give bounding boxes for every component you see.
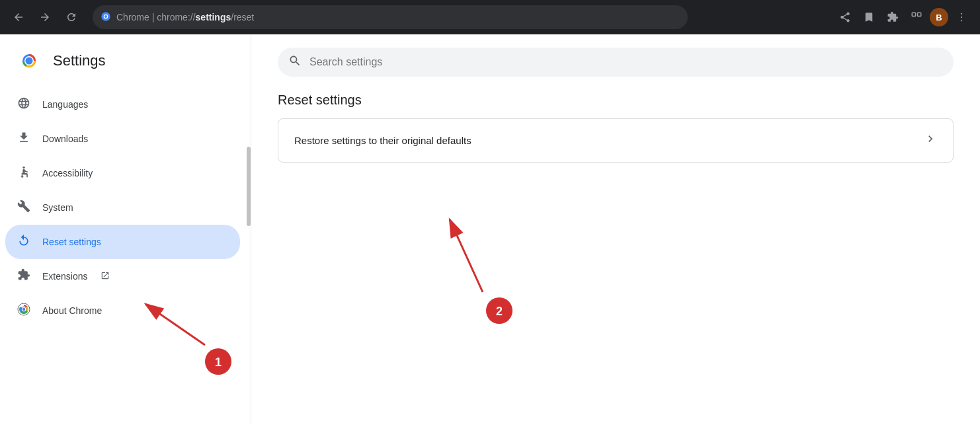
sidebar-item-downloads[interactable]: Downloads [5, 122, 240, 156]
reset-icon [16, 234, 32, 251]
sidebar-item-languages[interactable]: Languages [5, 87, 240, 122]
tab-menu-button[interactable] [906, 7, 927, 28]
svg-point-5 [961, 13, 962, 15]
svg-point-6 [961, 17, 962, 18]
svg-point-16 [22, 307, 26, 311]
back-button[interactable] [8, 7, 29, 28]
browser-chrome-bar: Chrome | chrome://settings/reset B [0, 0, 980, 34]
scrollbar-track[interactable] [245, 34, 251, 425]
chrome-logo-icon [16, 48, 42, 74]
languages-icon [16, 97, 32, 113]
share-button[interactable] [835, 7, 856, 28]
about-icon [16, 303, 32, 319]
sidebar-item-system[interactable]: System [5, 190, 240, 225]
restore-settings-label: Restore settings to their original defau… [294, 135, 471, 146]
svg-point-7 [961, 20, 962, 21]
section-title: Reset settings [278, 93, 954, 108]
svg-rect-4 [918, 13, 921, 16]
about-label: About Chrome [42, 305, 102, 316]
extensions-label: Extensions [42, 271, 87, 282]
address-text: Chrome | chrome://settings/reset [116, 12, 254, 22]
scrollbar-thumb[interactable] [247, 147, 251, 226]
sidebar-header: Settings [0, 34, 251, 87]
downloads-icon [16, 131, 32, 147]
sidebar-item-extensions[interactable]: Extensions [5, 259, 240, 293]
external-link-icon [101, 271, 110, 282]
profile-button[interactable]: B [930, 8, 948, 26]
reset-label: Reset settings [42, 237, 101, 247]
svg-point-2 [104, 15, 107, 18]
chevron-right-icon [924, 132, 937, 149]
search-input[interactable] [309, 56, 943, 68]
bookmark-button[interactable] [858, 7, 879, 28]
content-area: Reset settings Restore settings to their… [251, 34, 980, 425]
system-icon [16, 200, 32, 216]
forward-button[interactable] [34, 7, 56, 28]
extensions-button[interactable] [882, 7, 903, 28]
accessibility-label: Accessibility [42, 168, 93, 178]
system-label: System [42, 202, 73, 213]
accessibility-icon [16, 165, 32, 182]
sidebar-item-reset[interactable]: Reset settings [5, 225, 240, 259]
svg-point-12 [22, 166, 24, 168]
sidebar-navigation: Languages Downloads Accessibility [0, 87, 251, 425]
browser-actions: B [835, 7, 972, 28]
search-container [278, 34, 954, 93]
extensions-nav-icon [16, 268, 32, 285]
sidebar: Settings Languages Downloads [0, 34, 251, 425]
sidebar-item-accessibility[interactable]: Accessibility [5, 156, 240, 190]
search-icon [288, 54, 302, 71]
restore-settings-card[interactable]: Restore settings to their original defau… [278, 118, 954, 163]
downloads-label: Downloads [42, 134, 88, 144]
site-icon [101, 11, 111, 24]
svg-rect-3 [912, 13, 915, 16]
chrome-menu-button[interactable] [951, 7, 972, 28]
svg-point-11 [26, 58, 33, 65]
languages-label: Languages [42, 99, 88, 110]
sidebar-item-about[interactable]: About Chrome [5, 293, 240, 328]
main-container: Settings Languages Downloads [0, 34, 980, 425]
search-bar[interactable] [278, 48, 954, 77]
reload-button[interactable] [61, 7, 82, 28]
address-bar[interactable]: Chrome | chrome://settings/reset [93, 5, 688, 29]
settings-page-title: Settings [53, 52, 106, 69]
